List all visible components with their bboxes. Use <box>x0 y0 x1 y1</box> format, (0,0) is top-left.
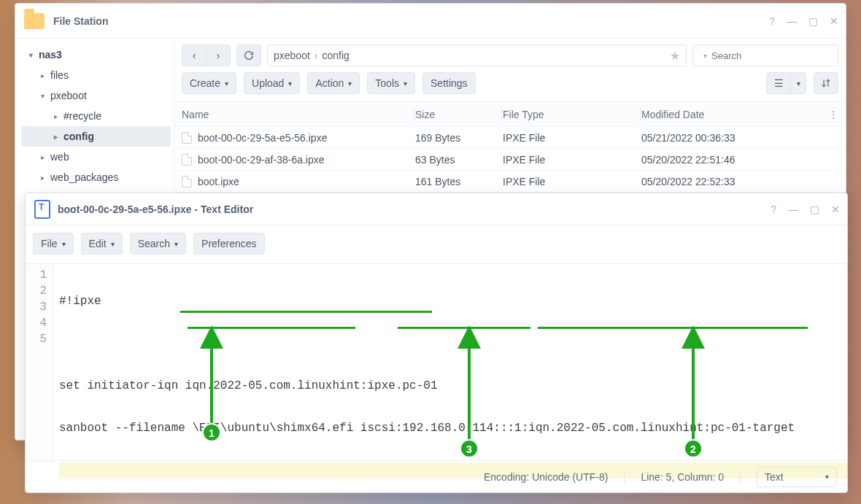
folder-icon <box>24 13 45 29</box>
status-cursor: Line: 5, Column: 0 <box>641 471 724 483</box>
tree-item-recycle[interactable]: ▸#recycle <box>21 106 171 126</box>
chevron-down-icon: ▾ <box>111 240 115 248</box>
chevron-down-icon: ▾ <box>825 473 829 481</box>
annotation-underline <box>538 327 808 329</box>
favorite-star-icon[interactable]: ★ <box>670 49 680 63</box>
file-icon <box>182 154 192 166</box>
status-encoding: Encoding: Unicode (UTF-8) <box>484 471 608 483</box>
menu-search[interactable]: Search▾ <box>130 233 186 255</box>
file-table: Name Size File Type Modified Date ⋮ boot… <box>174 101 846 193</box>
chevron-down-icon: ▾ <box>404 80 407 88</box>
code-line: sanboot --filename \EFI\ubuntu\shimx64.e… <box>59 420 847 436</box>
chevron-down-icon: ▾ <box>62 240 66 248</box>
upload-button[interactable]: Upload▾ <box>244 72 300 94</box>
code-area[interactable]: #!ipxe set initiator-iqn iqn.2022-05.com… <box>53 264 847 462</box>
columns-menu-icon[interactable]: ⋮ <box>818 109 838 120</box>
text-editor-titlebar: boot-00-0c-29-5a-e5-56.ipxe - Text Edito… <box>26 193 847 225</box>
minimize-icon[interactable]: — <box>788 203 798 215</box>
col-type[interactable]: File Type <box>503 109 641 120</box>
chevron-right-icon: ▸ <box>52 133 59 141</box>
settings-button[interactable]: Settings <box>422 72 476 94</box>
tree-item-web-packages[interactable]: ▸web_packages <box>21 167 171 187</box>
annotation-badge-3: 3 <box>460 439 479 458</box>
text-editor-app-icon <box>34 200 50 219</box>
search-box[interactable]: ▾ <box>692 44 838 66</box>
col-modified[interactable]: Modified Date <box>641 109 818 120</box>
chevron-right-icon: ▸ <box>39 153 46 161</box>
breadcrumb-seg-0[interactable]: pxeboot <box>274 50 310 61</box>
tree-item-config[interactable]: ▸config <box>21 126 171 147</box>
menu-file[interactable]: File▾ <box>33 233 74 255</box>
chevron-right-icon: ▸ <box>39 71 46 80</box>
col-name[interactable]: Name <box>182 109 415 120</box>
table-header: Name Size File Type Modified Date ⋮ <box>174 102 846 127</box>
col-size[interactable]: Size <box>415 109 503 120</box>
chevron-down-icon: ▾ <box>27 51 34 59</box>
nav-forward-button[interactable]: › <box>206 44 231 66</box>
close-icon[interactable]: ✕ <box>831 203 840 215</box>
nav-back-button[interactable]: ‹ <box>182 44 206 66</box>
reload-button[interactable] <box>236 44 261 66</box>
code-line: set initiator-iqn iqn.2022-05.com.linuxh… <box>59 378 847 394</box>
menu-edit[interactable]: Edit▾ <box>81 233 123 255</box>
reload-icon <box>244 50 254 61</box>
tree-item-files[interactable]: ▸files <box>21 65 171 85</box>
chevron-right-icon: ▸ <box>52 112 59 120</box>
search-input[interactable] <box>711 50 834 61</box>
minimize-icon[interactable]: — <box>787 15 797 27</box>
annotation-badge-2: 2 <box>684 439 703 458</box>
annotation-underline <box>188 327 355 329</box>
chevron-right-icon: › <box>314 50 318 61</box>
menu-preferences[interactable]: Preferences <box>193 233 264 255</box>
sort-button[interactable] <box>814 72 838 94</box>
text-editor-title: boot-00-0c-29-5a-e5-56.ipxe - Text Edito… <box>58 203 253 215</box>
chevron-down-icon: ▾ <box>39 92 46 100</box>
chevron-down-icon: ▾ <box>348 80 352 88</box>
language-label: Text <box>765 471 784 483</box>
file-icon <box>182 132 192 144</box>
chevron-down-icon[interactable]: ▾ <box>703 52 707 60</box>
tree-item-web[interactable]: ▸web <box>21 147 171 167</box>
annotation-underline <box>398 327 530 329</box>
chevron-down-icon: ▾ <box>797 80 800 88</box>
help-icon[interactable]: ? <box>769 15 775 27</box>
create-button[interactable]: Create▾ <box>182 72 236 94</box>
tree-item-pxeboot[interactable]: ▾pxeboot <box>21 85 171 106</box>
line-number-gutter: 12345 <box>26 264 53 462</box>
table-row[interactable]: boot-00-0c-29-af-38-6a.ipxe 63 Bytes IPX… <box>174 149 846 171</box>
tools-button[interactable]: Tools▾ <box>367 72 415 94</box>
tree-root[interactable]: ▾ nas3 <box>21 44 171 65</box>
help-icon[interactable]: ? <box>771 203 776 215</box>
sort-icon <box>821 78 831 88</box>
annotation-underline <box>180 311 432 313</box>
breadcrumb-seg-1[interactable]: config <box>323 50 350 61</box>
chevron-down-icon: ▾ <box>174 240 178 248</box>
app-title: File Station <box>53 15 108 27</box>
annotation-badge-1: 1 <box>202 423 221 442</box>
text-editor-menubar: File▾ Edit▾ Search▾ Preferences <box>26 225 847 263</box>
table-row[interactable]: boot-00-0c-29-5a-e5-56.ipxe 169 Bytes IP… <box>174 127 846 149</box>
chevron-down-icon: ▾ <box>225 80 228 88</box>
breadcrumb[interactable]: pxeboot › config ★ <box>267 44 687 66</box>
file-station-titlebar: File Station ? — ▢ ✕ <box>15 4 846 39</box>
maximize-icon[interactable]: ▢ <box>808 15 818 27</box>
table-row[interactable]: boot.ipxe 161 Bytes IPXE File 05/20/2022… <box>174 171 846 193</box>
status-bar: Encoding: Unicode (UTF-8) Line: 5, Colum… <box>26 460 847 492</box>
code-editor[interactable]: 12345 #!ipxe set initiator-iqn iqn.2022-… <box>26 263 847 462</box>
view-list-button[interactable]: ☰ <box>766 72 791 94</box>
chevron-right-icon: ▸ <box>39 174 46 182</box>
text-editor-window: boot-00-0c-29-5a-e5-56.ipxe - Text Edito… <box>25 193 848 493</box>
action-button[interactable]: Action▾ <box>307 72 360 94</box>
file-icon <box>182 176 192 187</box>
view-list-options[interactable]: ▾ <box>790 72 806 94</box>
maximize-icon[interactable]: ▢ <box>810 203 819 215</box>
language-select[interactable]: Text ▾ <box>757 467 837 487</box>
code-line <box>59 336 847 352</box>
chevron-down-icon: ▾ <box>288 80 292 88</box>
close-icon[interactable]: ✕ <box>830 15 838 27</box>
code-line: #!ipxe <box>59 293 847 309</box>
tree-root-label: nas3 <box>39 49 62 61</box>
